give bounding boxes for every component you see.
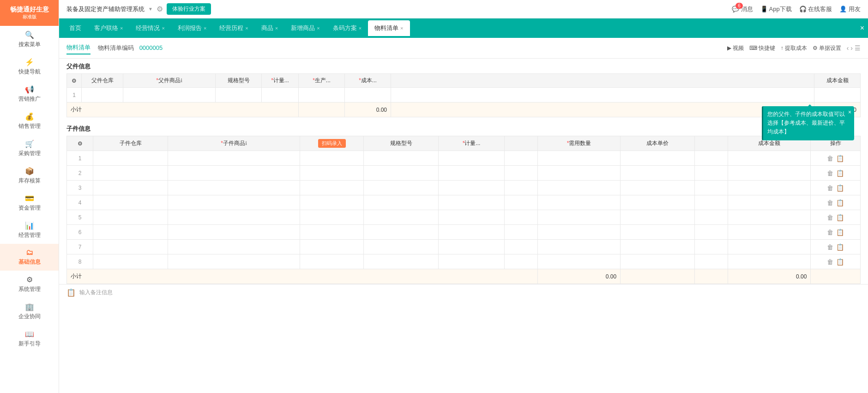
- child-row-8-warehouse[interactable]: [93, 254, 168, 269]
- child-row-7-unit-cost[interactable]: [621, 240, 695, 254]
- tab-new-product[interactable]: 新增商品 ×: [284, 20, 326, 36]
- scan-button[interactable]: 扫码录入: [318, 139, 346, 148]
- parent-row-production[interactable]: [299, 88, 345, 103]
- child-row-2-warehouse[interactable]: [93, 166, 168, 181]
- settings-icon[interactable]: ⚙: [157, 5, 163, 13]
- tab-history[interactable]: 经营历程 ×: [213, 20, 254, 36]
- tab-customers[interactable]: 客户联络 ×: [88, 20, 129, 36]
- sidebar-item-system[interactable]: ⚙ 系统管理: [0, 271, 59, 298]
- child-row-4-spec[interactable]: [364, 195, 438, 210]
- child-row-1-qty[interactable]: [537, 151, 620, 166]
- child-row-2-spec[interactable]: [364, 166, 438, 181]
- child-row-1-spec[interactable]: [364, 151, 438, 166]
- delete-icon-5[interactable]: 🗑: [827, 214, 833, 221]
- tab-barcode[interactable]: 条码方案 ×: [326, 20, 368, 36]
- action-doc-settings[interactable]: ⚙ 单据设置: [813, 44, 841, 52]
- sidebar-item-finance[interactable]: 💳 资金管理: [0, 189, 59, 217]
- user-btn[interactable]: 👤 用友: [839, 5, 861, 13]
- child-row-5-qty[interactable]: [537, 210, 620, 225]
- child-row-4-warehouse[interactable]: [93, 195, 168, 210]
- sidebar-item-search[interactable]: 🔍 搜索菜单: [0, 26, 59, 53]
- child-row-3-product[interactable]: [168, 181, 300, 195]
- child-row-7-warehouse[interactable]: [93, 240, 168, 254]
- parent-row-product[interactable]: [123, 88, 216, 103]
- sub-tab-bom-code[interactable]: 物料清单编码 0000005: [98, 42, 163, 54]
- action-shortcut[interactable]: ⌨ 快捷键: [749, 44, 775, 52]
- child-row-1-unit-cost[interactable]: [621, 151, 695, 166]
- parent-row-unit[interactable]: [262, 88, 299, 103]
- copy-icon-1[interactable]: 📋: [836, 155, 844, 162]
- child-row-5-product[interactable]: [168, 210, 300, 225]
- tab-products-close[interactable]: ×: [275, 25, 278, 31]
- delete-icon-6[interactable]: 🗑: [827, 229, 833, 236]
- delete-icon-8[interactable]: 🗑: [827, 258, 833, 266]
- copy-icon-8[interactable]: 📋: [836, 258, 844, 266]
- arrow-left[interactable]: ‹: [847, 44, 849, 52]
- sidebar-item-sales[interactable]: 💰 销售管理: [0, 108, 59, 135]
- tab-bom[interactable]: 物料清单 ×: [368, 20, 410, 36]
- child-row-7-spec[interactable]: [364, 240, 438, 254]
- child-row-3-warehouse[interactable]: [93, 181, 168, 195]
- trial-button[interactable]: 体验行业方案: [167, 3, 211, 15]
- message-btn[interactable]: 💬 6 消息: [732, 5, 753, 13]
- child-row-7-unit[interactable]: [438, 240, 504, 254]
- child-row-5-unit-cost[interactable]: [621, 210, 695, 225]
- child-row-7-product[interactable]: [168, 240, 300, 254]
- system-dropdown-icon[interactable]: ▼: [148, 6, 153, 12]
- child-row-1-warehouse[interactable]: [93, 151, 168, 166]
- child-row-6-qty[interactable]: [537, 225, 620, 240]
- sub-tab-bom-list[interactable]: 物料清单: [66, 42, 90, 54]
- action-extract-cost[interactable]: ↑ 提取成本: [781, 44, 807, 52]
- app-download-btn[interactable]: 📱 App下载: [760, 5, 792, 13]
- child-row-2-unit-cost[interactable]: [621, 166, 695, 181]
- child-row-3-qty[interactable]: [537, 181, 620, 195]
- parent-row-spec[interactable]: [216, 88, 262, 103]
- copy-icon-7[interactable]: 📋: [836, 243, 844, 251]
- sidebar-item-basic-info[interactable]: 🗂 基础信息: [0, 244, 59, 271]
- child-row-6-product[interactable]: [168, 225, 300, 240]
- child-row-5-unit[interactable]: [438, 210, 504, 225]
- child-row-6-unit[interactable]: [438, 225, 504, 240]
- parent-row-warehouse[interactable]: [82, 88, 123, 103]
- tab-customers-close[interactable]: ×: [120, 25, 123, 31]
- online-service-btn[interactable]: 🎧 在线客服: [799, 5, 832, 13]
- tab-profit[interactable]: 利润报告 ×: [171, 20, 213, 36]
- child-row-5-warehouse[interactable]: [93, 210, 168, 225]
- child-row-8-product[interactable]: [168, 254, 300, 269]
- child-row-7-qty[interactable]: [537, 240, 620, 254]
- delete-icon-4[interactable]: 🗑: [827, 199, 833, 206]
- grid-view-icon[interactable]: ☰: [855, 44, 861, 52]
- child-row-2-qty[interactable]: [537, 166, 620, 181]
- tab-new-product-close[interactable]: ×: [317, 25, 319, 31]
- child-row-4-unit-cost[interactable]: [621, 195, 695, 210]
- child-row-6-spec[interactable]: [364, 225, 438, 240]
- sidebar-item-operations[interactable]: 📊 经营管理: [0, 217, 59, 244]
- sidebar-item-guide[interactable]: 📖 新手引导: [0, 325, 59, 352]
- delete-icon-3[interactable]: 🗑: [827, 184, 833, 192]
- tab-profit-close[interactable]: ×: [204, 25, 206, 31]
- child-row-5-spec[interactable]: [364, 210, 438, 225]
- child-row-1-unit[interactable]: [438, 151, 504, 166]
- tab-barcode-close[interactable]: ×: [359, 25, 362, 31]
- child-row-4-product[interactable]: [168, 195, 300, 210]
- parent-row-cost[interactable]: [345, 88, 391, 103]
- child-row-8-spec[interactable]: [364, 254, 438, 269]
- child-row-6-unit-cost[interactable]: [621, 225, 695, 240]
- tab-history-close[interactable]: ×: [245, 25, 248, 31]
- copy-icon-2[interactable]: 📋: [836, 169, 844, 177]
- arrow-right[interactable]: ›: [850, 44, 853, 52]
- tab-bom-close[interactable]: ×: [400, 25, 403, 31]
- child-row-4-unit[interactable]: [438, 195, 504, 210]
- child-row-1-product[interactable]: [168, 151, 300, 166]
- child-row-3-unit-cost[interactable]: [621, 181, 695, 195]
- tab-operations-close[interactable]: ×: [162, 25, 164, 31]
- delete-icon-1[interactable]: 🗑: [827, 155, 833, 162]
- sidebar-item-purchase[interactable]: 🛒 采购管理: [0, 135, 59, 162]
- th-gear-parent[interactable]: ⚙: [67, 74, 82, 88]
- child-row-2-unit[interactable]: [438, 166, 504, 181]
- child-row-3-unit[interactable]: [438, 181, 504, 195]
- action-video[interactable]: ▶ 视频: [727, 44, 744, 52]
- copy-icon-5[interactable]: 📋: [836, 214, 844, 221]
- copy-icon-6[interactable]: 📋: [836, 229, 844, 236]
- tab-products[interactable]: 商品 ×: [255, 20, 284, 36]
